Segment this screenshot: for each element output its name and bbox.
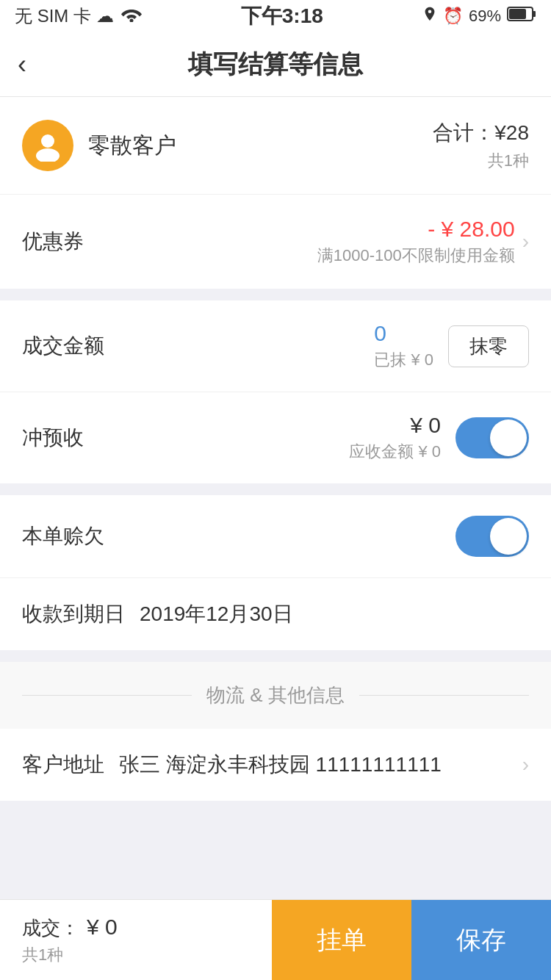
customer-total: 合计：¥28 xyxy=(433,119,529,147)
coupon-right: - ¥ 28.00 满1000-100不限制使用金额 › xyxy=(317,217,529,267)
bottom-transaction: 成交： ¥ 0 xyxy=(22,915,250,941)
coupon-label: 优惠券 xyxy=(22,228,84,256)
status-bar: 无 SIM 卡 ☁ 下午3:18 ⏰ 69% xyxy=(0,0,551,32)
svg-point-4 xyxy=(41,134,54,148)
transaction-amount-row: 成交金额 0 已抹 ¥ 0 抹零 xyxy=(0,300,551,392)
status-time: 下午3:18 xyxy=(241,2,323,30)
address-chevron-icon: › xyxy=(522,753,529,777)
round-zero-button[interactable]: 抹零 xyxy=(448,325,529,367)
status-right: ⏰ 69% xyxy=(422,6,536,26)
svg-rect-3 xyxy=(509,9,526,19)
transaction-card: 成交金额 0 已抹 ¥ 0 抹零 冲预收 ¥ 0 应收金额 ¥ 0 xyxy=(0,300,551,483)
status-left: 无 SIM 卡 ☁ xyxy=(15,4,142,28)
debit-label: 本单赊欠 xyxy=(22,522,104,550)
save-button[interactable]: 保存 xyxy=(411,900,551,980)
content: 零散客户 合计：¥28 共1种 优惠券 - ¥ 28.00 满1000-100不… xyxy=(0,97,551,901)
svg-point-5 xyxy=(36,148,60,162)
prepayment-toggle[interactable] xyxy=(455,417,529,458)
customer-left: 零散客户 xyxy=(22,120,176,171)
transaction-value: 0 xyxy=(374,321,433,346)
coupon-amount: - ¥ 28.00 xyxy=(317,217,515,242)
coupon-value: - ¥ 28.00 满1000-100不限制使用金额 xyxy=(317,217,515,267)
bottom-buttons: 挂单 保存 xyxy=(272,900,551,980)
prepayment-sub: 应收金额 ¥ 0 xyxy=(349,441,441,463)
toggle-circle xyxy=(490,419,527,456)
prepayment-label: 冲预收 xyxy=(22,424,84,452)
customer-card: 零散客户 合计：¥28 共1种 优惠券 - ¥ 28.00 满1000-100不… xyxy=(0,97,551,289)
carrier-text: 无 SIM 卡 ☁ xyxy=(15,4,114,28)
debit-toggle[interactable] xyxy=(455,516,529,557)
bottom-info: 成交： ¥ 0 共1种 xyxy=(0,915,272,966)
bottom-transaction-value: ¥ 0 xyxy=(87,915,118,940)
coupon-desc: 满1000-100不限制使用金额 xyxy=(317,245,515,267)
user-icon xyxy=(32,129,64,162)
transaction-value-block: 0 已抹 ¥ 0 xyxy=(374,321,433,371)
logistics-title: 物流 & 其他信息 xyxy=(206,682,345,708)
svg-point-0 xyxy=(129,19,133,23)
bottom-transaction-label: 成交： xyxy=(22,915,79,941)
battery-icon xyxy=(507,6,536,26)
bottom-count: 共1种 xyxy=(22,944,250,966)
location-icon xyxy=(422,6,437,26)
alarm-icon: ⏰ xyxy=(443,7,463,26)
prepayment-amount: ¥ 0 xyxy=(349,413,441,438)
transaction-right: 0 已抹 ¥ 0 抹零 xyxy=(374,321,529,371)
address-label: 客户地址 xyxy=(22,751,104,779)
avatar xyxy=(22,120,73,171)
svg-rect-2 xyxy=(533,11,536,17)
prepayment-row: 冲预收 ¥ 0 应收金额 ¥ 0 xyxy=(0,392,551,483)
battery-text: 69% xyxy=(469,7,501,26)
debit-toggle-circle xyxy=(490,518,527,555)
transaction-sub: 已抹 ¥ 0 xyxy=(374,349,433,371)
customer-name: 零散客户 xyxy=(88,131,176,161)
prepayment-right: ¥ 0 应收金额 ¥ 0 xyxy=(349,413,529,463)
address-row[interactable]: 客户地址 张三 海淀永丰科技园 11111111111 › xyxy=(0,729,551,801)
due-date-value: 2019年12月30日 xyxy=(140,600,293,628)
wifi-icon xyxy=(121,6,142,26)
nav-bar: ‹ 填写结算等信息 xyxy=(0,32,551,97)
logistics-header: 物流 & 其他信息 xyxy=(0,662,551,729)
back-button[interactable]: ‹ xyxy=(18,49,26,80)
logistics-line-left xyxy=(22,695,192,696)
page-title: 填写结算等信息 xyxy=(188,48,363,82)
address-value: 张三 海淀永丰科技园 11111111111 xyxy=(119,751,522,779)
customer-row: 零散客户 合计：¥28 共1种 xyxy=(0,97,551,194)
coupon-chevron-icon: › xyxy=(522,230,529,253)
bottom-bar: 成交： ¥ 0 共1种 挂单 保存 xyxy=(0,899,551,980)
due-date-label: 收款到期日 xyxy=(22,600,125,628)
coupon-row[interactable]: 优惠券 - ¥ 28.00 满1000-100不限制使用金额 › xyxy=(0,194,551,289)
customer-count: 共1种 xyxy=(433,150,529,172)
debit-card: 本单赊欠 收款到期日 2019年12月30日 xyxy=(0,495,551,650)
pending-button[interactable]: 挂单 xyxy=(272,900,411,980)
debit-row: 本单赊欠 xyxy=(0,495,551,577)
transaction-label: 成交金额 xyxy=(22,332,104,360)
due-date-row: 收款到期日 2019年12月30日 xyxy=(0,577,551,650)
prepayment-values: ¥ 0 应收金额 ¥ 0 xyxy=(349,413,441,463)
logistics-card: 物流 & 其他信息 客户地址 张三 海淀永丰科技园 11111111111 › xyxy=(0,662,551,801)
customer-right: 合计：¥28 共1种 xyxy=(433,119,529,172)
logistics-line-right xyxy=(359,695,529,696)
